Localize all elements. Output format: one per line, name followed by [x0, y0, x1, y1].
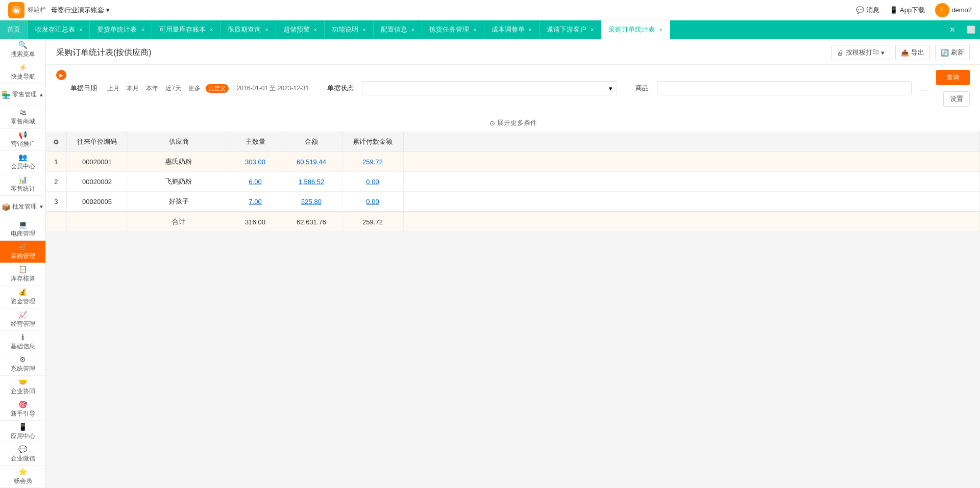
sidebar-item-inventory[interactable]: 📋 库存核算 [0, 263, 45, 286]
cell-no: 2 [46, 172, 66, 192]
tab-baozhi[interactable]: 保质期查询 × [220, 20, 276, 39]
search-icon: 🔍 [18, 41, 27, 49]
cell-qty: 7.00 [230, 192, 281, 212]
tab-chengben[interactable]: 成本调整单 × [484, 20, 540, 39]
tab-close-icon[interactable]: × [314, 27, 317, 33]
tab-caigou-active[interactable]: 采购订单统计表 × [601, 20, 670, 39]
summary-amount: 62,631.76 [281, 212, 342, 232]
tab-close-icon[interactable]: × [210, 27, 213, 33]
refresh-button[interactable]: 🔄 刷新 [935, 45, 970, 60]
sidebar-item-quick-nav[interactable]: ⚡ 快捷导航 [0, 61, 45, 84]
app-download-button[interactable]: 📱 App下载 [890, 6, 925, 15]
summary-label: 合计 [128, 212, 230, 232]
filter-row-1: 单据日期 上月 本月 本年 近7天 更多 自定义 2016-01-01 至 20… [70, 70, 970, 107]
paid-link[interactable]: 0.00 [366, 178, 379, 186]
goods-more-icon[interactable]: … [920, 84, 928, 93]
sidebar-item-retail-mgmt[interactable]: 🏪 零售管理 ▲ [0, 84, 45, 106]
tab-gongneng[interactable]: 功能说明 × [325, 20, 373, 39]
operations-icon: 📈 [18, 311, 27, 319]
qty-link[interactable]: 7.00 [249, 198, 261, 206]
page-title: 采购订单统计表(按供应商) [56, 47, 152, 58]
qty-link[interactable]: 303.00 [245, 158, 265, 166]
tab-close-icon[interactable]: × [659, 27, 662, 33]
shortcut-7days[interactable]: 近7天 [163, 83, 183, 94]
shortcut-last-month[interactable]: 上月 [105, 83, 121, 94]
amount-link[interactable]: 60,519.44 [297, 158, 326, 166]
cell-paid: 0.00 [342, 192, 403, 212]
tab-close-all-button[interactable]: ✕ [943, 20, 962, 39]
workspace-selector[interactable]: 母婴行业演示账套 ▾ [51, 6, 110, 15]
tab-close-icon[interactable]: × [265, 27, 268, 33]
avatar: E [935, 3, 949, 17]
enterprise-icon: 🤝 [18, 378, 27, 386]
sidebar-item-enterprise[interactable]: 🤝 企业协同 [0, 376, 45, 398]
qty-link[interactable]: 6.00 [249, 178, 261, 186]
sidebar-item-purchase[interactable]: 🛒 采购管理 [0, 241, 45, 263]
shortcut-this-month[interactable]: 本月 [125, 83, 141, 94]
sidebar-item-marketing[interactable]: 📢 营销推广 [0, 129, 45, 151]
cell-no: 1 [46, 152, 66, 172]
tab-close-icon[interactable]: × [411, 27, 414, 33]
amount-link[interactable]: 525.80 [301, 198, 322, 206]
summary-cell-empty2 [66, 212, 128, 232]
tab-keyongliang[interactable]: 可用量库存账本 × [152, 20, 220, 39]
tab-close-icon[interactable]: × [141, 27, 144, 33]
sidebar-item-retail-shop[interactable]: 🛍 零售商城 [0, 106, 45, 129]
paid-link[interactable]: 0.00 [366, 198, 379, 206]
tab-peizhi[interactable]: 配置信息 × [374, 20, 422, 39]
sidebar-item-wholesale[interactable]: 📦 批发管理 ▼ [0, 196, 45, 218]
tab-yaohuo[interactable]: 要货单统计表 × [90, 20, 152, 39]
tab-close-icon[interactable]: × [529, 27, 532, 33]
message-button[interactable]: 💬 消息 [856, 6, 879, 15]
tab-restore-button[interactable]: ⬜ [962, 20, 980, 39]
goods-label: 商品 [635, 84, 649, 93]
sidebar-item-system[interactable]: ⚙ 系统管理 [0, 353, 45, 376]
sidebar-item-operations[interactable]: 📈 经营管理 [0, 309, 45, 331]
search-actions: 查询 设置 [936, 70, 970, 107]
marketing-icon: 📢 [18, 131, 27, 139]
user-menu[interactable]: E demo2 [935, 3, 972, 17]
sidebar-item-search[interactable]: 🔍 搜索菜单 [0, 39, 45, 61]
table-row: 1 00020001 惠氏奶粉 303.00 60,519.44 259.72 [46, 152, 980, 172]
sidebar-item-basic-info[interactable]: ℹ 基础信息 [0, 331, 45, 353]
gear-icon[interactable]: ⚙ [53, 138, 59, 146]
table-body: 1 00020001 惠氏奶粉 303.00 60,519.44 259.72 … [46, 152, 980, 212]
tab-chaochuyujing[interactable]: 超储预警 × [276, 20, 325, 39]
tab-close-icon[interactable]: × [79, 27, 82, 33]
goods-input[interactable] [657, 81, 912, 95]
shortcut-this-year[interactable]: 本年 [144, 83, 160, 94]
expand-more-button[interactable]: ⊙ 展开更多条件 [489, 118, 537, 127]
paid-link[interactable]: 259.72 [362, 158, 383, 166]
sidebar-item-member[interactable]: 👥 会员中心 [0, 151, 45, 173]
page-header: 采购订单统计表(按供应商) 🖨 按模板打印 ▾ 📤 导出 🔄 刷新 [46, 39, 980, 65]
sidebar-item-wechat[interactable]: 💬 企业微信 [0, 443, 45, 466]
tab-yaoqing[interactable]: 邀请下游客户 × [540, 20, 601, 39]
sidebar-item-ecommerce[interactable]: 💻 电商管理 [0, 218, 45, 241]
settings-button[interactable]: 设置 [943, 91, 970, 107]
th-supplier: 供应商 [128, 132, 230, 152]
sidebar-item-retail-stats[interactable]: 📊 零售统计 [0, 173, 45, 196]
amount-link[interactable]: 1,586.52 [299, 178, 325, 186]
info-icon: ℹ [21, 333, 24, 341]
sidebar-item-finance[interactable]: 💰 资金管理 [0, 286, 45, 309]
export-button[interactable]: 📤 导出 [895, 45, 930, 60]
th-paid: 累计付款金额 [342, 132, 403, 152]
search-button[interactable]: 查询 [936, 70, 970, 85]
tab-close-icon[interactable]: × [473, 27, 476, 33]
sidebar-item-app-center[interactable]: 📱 应用中心 [0, 421, 45, 443]
sidebar-item-vip[interactable]: ⭐ 畅会员 [0, 466, 45, 488]
tab-close-icon[interactable]: × [591, 27, 594, 33]
cell-amount: 60,519.44 [281, 152, 342, 172]
custom-date-badge: 自定义 [206, 84, 229, 93]
tab-home[interactable]: 首页 [0, 20, 28, 39]
tab-label: 保质期查询 [228, 25, 261, 34]
status-select[interactable]: ▾ [362, 81, 617, 95]
print-button[interactable]: 🖨 按模板打印 ▾ [831, 45, 890, 60]
filter-toggle-button[interactable]: ▶ [56, 70, 66, 80]
tab-close-icon[interactable]: × [362, 27, 365, 33]
shortcut-more[interactable]: 更多 [186, 83, 203, 94]
vip-icon: ⭐ [18, 468, 27, 476]
tab-jianhuo[interactable]: 拣货任务管理 × [422, 20, 484, 39]
tab-shoufacun[interactable]: 收发存汇总表 × [28, 20, 90, 39]
sidebar-item-guide[interactable]: 🎯 新手引导 [0, 398, 45, 421]
